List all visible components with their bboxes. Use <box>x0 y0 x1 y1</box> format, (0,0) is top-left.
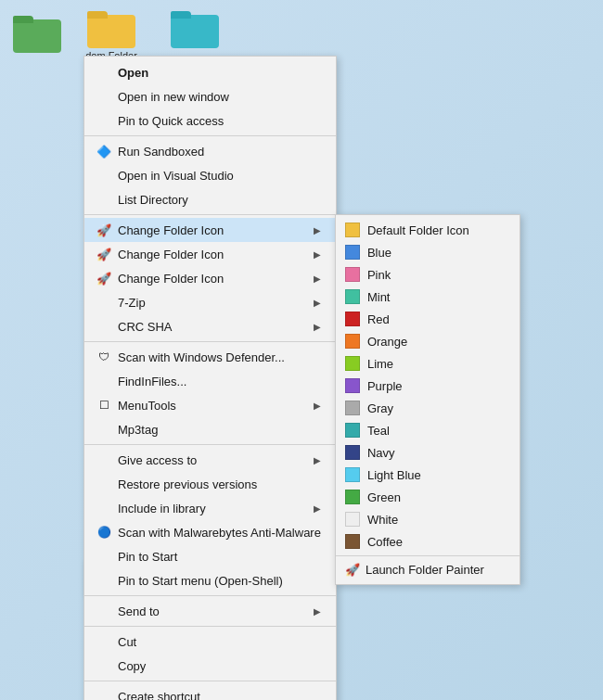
pin-quick-access-icon <box>96 112 112 129</box>
send-to-label: Send to <box>118 605 314 618</box>
pin-start-menu-label: Pin to Start menu (Open-Shell) <box>118 574 321 588</box>
mp3tag-label: Mp3tag <box>118 423 321 437</box>
menu-item-7zip[interactable]: 7-Zip ▶ <box>84 290 336 314</box>
swatch-white <box>345 512 360 527</box>
scan-defender-label: Scan with Windows Defender... <box>118 350 321 364</box>
menu-item-create-shortcut[interactable]: Create shortcut <box>84 684 336 700</box>
menu-item-scan-defender[interactable]: 🛡 Scan with Windows Defender... <box>84 345 336 369</box>
menu-item-restore-versions[interactable]: Restore previous versions <box>84 472 336 496</box>
menu-item-give-access[interactable]: Give access to ▶ <box>84 448 336 472</box>
menu-item-open[interactable]: Open <box>84 60 336 84</box>
menu-item-cut[interactable]: Cut <box>84 630 336 654</box>
submenu-item-green[interactable]: Green <box>336 486 520 508</box>
menu-item-include-library[interactable]: Include in library ▶ <box>84 496 336 520</box>
menu-item-pin-start[interactable]: Pin to Start <box>84 544 336 568</box>
open-vs-icon <box>96 167 112 184</box>
menu-item-find-in-files[interactable]: FindInFiles... <box>84 369 336 393</box>
folder-yellow[interactable]: dom Folder <box>79 9 144 61</box>
folder-green[interactable] <box>5 14 70 53</box>
submenu-item-mint[interactable]: Mint <box>336 286 520 308</box>
include-library-label: Include in library <box>118 502 314 515</box>
swatch-red <box>345 312 360 326</box>
separator-3 <box>84 341 336 342</box>
folder-shape-yellow <box>87 9 135 48</box>
swatch-teal <box>345 423 360 438</box>
menu-item-mp3tag[interactable]: Mp3tag <box>84 417 336 441</box>
submenu-item-orange[interactable]: Orange <box>336 330 520 352</box>
submenu-label-gray: Gray <box>367 401 505 415</box>
menu-item-change-folder-icon-3[interactable]: 🚀 Change Folder Icon ▶ <box>84 266 336 290</box>
folder-shape-green <box>13 14 61 53</box>
pin-quick-access-label: Pin to Quick access <box>118 114 321 128</box>
submenu-item-launch[interactable]: 🚀 Launch Folder Painter <box>336 559 520 580</box>
menu-item-menu-tools[interactable]: ☐ MenuTools ▶ <box>84 393 336 417</box>
submenu-label-coffee: Coffee <box>367 535 505 549</box>
menu-item-list-directory[interactable]: List Directory <box>84 187 336 211</box>
7zip-arrow: ▶ <box>314 298 321 308</box>
submenu-item-navy[interactable]: Navy <box>336 441 520 464</box>
submenu-separator <box>336 555 520 556</box>
submenu-label-lime: Lime <box>367 357 505 371</box>
change-folder-icon-1-label: Change Folder Icon <box>118 223 314 237</box>
give-access-arrow: ▶ <box>314 455 321 465</box>
swatch-light-blue <box>345 467 360 482</box>
restore-versions-label: Restore previous versions <box>118 477 321 491</box>
menu-item-send-to[interactable]: Send to ▶ <box>84 599 336 623</box>
copy-icon <box>96 657 112 674</box>
scan-malwarebytes-icon: 🔵 <box>96 524 112 541</box>
submenu-item-teal[interactable]: Teal <box>336 419 520 441</box>
submenu-label-white: White <box>367 513 505 527</box>
swatch-green <box>345 490 360 504</box>
change-folder-icon-2-label: Change Folder Icon <box>118 248 314 261</box>
open-label: Open <box>118 66 321 80</box>
change-folder-icon-2-icon: 🚀 <box>96 246 112 262</box>
menu-item-run-sandboxed[interactable]: 🔷 Run Sandboxed <box>84 139 336 163</box>
menu-item-change-folder-icon-1[interactable]: 🚀 Change Folder Icon ▶ Default Folder Ic… <box>84 218 336 242</box>
change-folder-icon-3-icon: 🚀 <box>96 270 112 286</box>
menu-item-open-visual-studio[interactable]: Open in Visual Studio <box>84 163 336 187</box>
submenu-item-purple[interactable]: Purple <box>336 375 520 397</box>
menu-tools-arrow: ▶ <box>314 401 321 411</box>
menu-item-change-folder-icon-2[interactable]: 🚀 Change Folder Icon ▶ <box>84 242 336 266</box>
submenu-item-lime[interactable]: Lime <box>336 352 520 375</box>
give-access-icon <box>96 452 112 468</box>
color-submenu: Default Folder Icon Blue Pink Mint Red <box>335 214 520 585</box>
submenu-item-default[interactable]: Default Folder Icon <box>336 219 520 241</box>
change-folder-icon-3-label: Change Folder Icon <box>118 272 314 286</box>
separator-5 <box>84 595 336 596</box>
separator-2 <box>84 214 336 215</box>
menu-item-pin-start-menu[interactable]: Pin to Start menu (Open-Shell) <box>84 568 336 592</box>
submenu-item-light-blue[interactable]: Light Blue <box>336 464 520 486</box>
context-menu: Open Open in new window Pin to Quick acc… <box>83 56 337 700</box>
send-to-icon <box>96 603 112 619</box>
swatch-default <box>345 223 360 237</box>
change-folder-icon-3-arrow: ▶ <box>314 274 321 284</box>
swatch-pink <box>345 267 360 282</box>
open-vs-label: Open in Visual Studio <box>118 169 321 183</box>
menu-item-pin-quick-access[interactable]: Pin to Quick access <box>84 108 336 133</box>
scan-malwarebytes-label: Scan with Malwarebytes Anti-Malware <box>118 526 321 540</box>
submenu-item-pink[interactable]: Pink <box>336 263 520 286</box>
submenu-item-coffee[interactable]: Coffee <box>336 530 520 553</box>
separator-4 <box>84 444 336 445</box>
7zip-label: 7-Zip <box>118 296 314 310</box>
menu-item-crc-sha[interactable]: CRC SHA ▶ <box>84 314 336 338</box>
list-directory-icon <box>96 191 112 208</box>
crc-sha-label: CRC SHA <box>118 320 314 334</box>
swatch-purple <box>345 378 360 393</box>
crc-sha-arrow: ▶ <box>314 322 321 332</box>
menu-item-copy[interactable]: Copy <box>84 654 336 678</box>
swatch-coffee <box>345 534 360 549</box>
submenu-label-navy: Navy <box>367 446 505 460</box>
folder-teal[interactable] <box>162 9 227 48</box>
cut-icon <box>96 633 112 650</box>
menu-item-open-new-window[interactable]: Open in new window <box>84 84 336 108</box>
menu-item-scan-malwarebytes[interactable]: 🔵 Scan with Malwarebytes Anti-Malware <box>84 520 336 544</box>
submenu-item-gray[interactable]: Gray <box>336 397 520 419</box>
run-sandboxed-icon: 🔷 <box>96 143 112 159</box>
submenu-label-pink: Pink <box>367 268 505 282</box>
submenu-item-white[interactable]: White <box>336 508 520 530</box>
submenu-item-blue[interactable]: Blue <box>336 241 520 263</box>
submenu-item-red[interactable]: Red <box>336 308 520 330</box>
submenu-label-purple: Purple <box>367 379 505 393</box>
